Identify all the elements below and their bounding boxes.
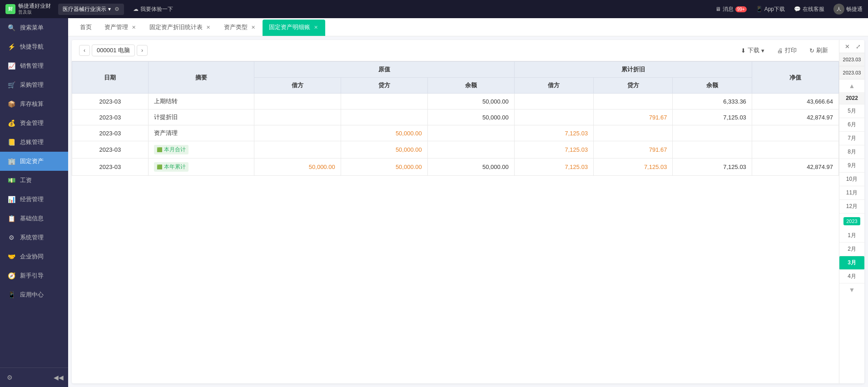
sidebar-item-search[interactable]: 🔍 搜索菜单 <box>0 18 68 37</box>
funds-icon: 💰 <box>7 119 15 127</box>
system-icon: ⚙ <box>7 233 15 242</box>
tab-asset-type[interactable]: 资产类型 ✕ <box>218 20 263 36</box>
month-2022-11[interactable]: 11月 <box>839 186 864 200</box>
online-service-btn[interactable]: 💬 在线客服 <box>794 5 824 13</box>
month-2022-8[interactable]: 8月 <box>839 145 864 159</box>
next-asset-btn[interactable]: › <box>137 45 148 56</box>
print-btn[interactable]: 🖨 打印 <box>774 45 800 56</box>
sidebar-item-ledger[interactable]: 📒 总账管理 <box>0 133 68 152</box>
download-icon: 📱 <box>756 6 763 12</box>
message-btn[interactable]: 🖥 消息 99+ <box>715 5 747 13</box>
app-edition: 普及版 <box>18 9 51 15</box>
experience-btn[interactable]: ☁ 我要体验一下 <box>133 5 173 13</box>
tab-asset-detail-close[interactable]: ✕ <box>313 25 319 30</box>
table-cell: 2023-03 <box>72 109 149 125</box>
month-2023-3[interactable]: 3月 <box>839 256 864 270</box>
scroll-down-btn[interactable]: ▼ <box>839 283 864 296</box>
sidebar-item-system[interactable]: ⚙ 系统管理 <box>0 228 68 247</box>
month-2023-2[interactable]: 2月 <box>839 243 864 256</box>
table-cell <box>254 125 341 141</box>
sidebar-item-guide[interactable]: 🧭 新手引导 <box>0 266 68 285</box>
scroll-up-btn[interactable]: ▲ <box>839 79 864 92</box>
month-2022-7[interactable]: 7月 <box>839 132 864 145</box>
col-date: 日期 <box>72 62 149 94</box>
user-btn[interactable]: 人 畅捷通 <box>833 4 863 15</box>
print-label: 打印 <box>785 46 797 55</box>
col-depr-balance: 余额 <box>673 78 752 94</box>
table-cell <box>427 125 514 141</box>
year-2022-label: 2022 <box>839 92 864 104</box>
tab-bar: 首页 资产管理 ✕ 固定资产折旧统计表 ✕ 资产类型 ✕ 固定资产明细账 ✕ <box>68 18 868 36</box>
table-cell <box>594 125 673 141</box>
sidebar-item-funds[interactable]: 💰 资金管理 <box>0 114 68 133</box>
tab-depreciation-stat-close[interactable]: ✕ <box>205 25 211 30</box>
month-2022-9[interactable]: 9月 <box>839 159 864 173</box>
sidebar-item-sales[interactable]: 📈 销售管理 <box>0 56 68 75</box>
date-scroller-header1: 2023.03 <box>839 53 864 66</box>
sidebar-label-payroll: 工资 <box>20 176 32 184</box>
sidebar-collapse-icon[interactable]: ◀◀ <box>55 373 63 382</box>
table-area: ‹ 000001 电脑 › ⬇ 下载 ▾ 🖨 打印 <box>72 40 839 383</box>
tab-home[interactable]: 首页 <box>74 20 98 36</box>
table-cell: 50,000.00 <box>427 109 514 125</box>
sidebar-item-basics[interactable]: 📋 基础信息 <box>0 209 68 228</box>
toolbar: ‹ 000001 电脑 › ⬇ 下载 ▾ 🖨 打印 <box>72 40 839 61</box>
sidebar-settings-icon[interactable]: ⚙ <box>5 373 14 382</box>
expand-panel-btn[interactable]: ⤢ <box>853 42 863 51</box>
prev-asset-btn[interactable]: ‹ <box>79 45 90 56</box>
col-orig-balance: 余额 <box>427 78 514 94</box>
table-cell: 50,000.00 <box>254 159 341 176</box>
sidebar-item-fixed-assets[interactable]: 🏢 固定资产 <box>0 152 68 171</box>
table-cell: 791.67 <box>594 141 673 159</box>
sidebar-label-sales: 销售管理 <box>20 62 44 70</box>
year-2023-badge-wrap: 2023 <box>839 213 864 229</box>
month-2023-1[interactable]: 1月 <box>839 229 864 243</box>
sidebar-item-operations[interactable]: 📊 经营管理 <box>0 190 68 209</box>
month-2023-4[interactable]: 4月 <box>839 270 864 283</box>
table-cell: 42,874.97 <box>752 159 838 176</box>
table-cell <box>673 141 752 159</box>
month-2022-10[interactable]: 10月 <box>839 173 864 186</box>
logo-icon: 财 <box>5 4 15 14</box>
sidebar-item-payroll[interactable]: 💵 工资 <box>0 171 68 190</box>
purchase-icon: 🛒 <box>7 81 15 89</box>
table-cell: 50,000.00 <box>341 159 427 176</box>
sidebar-item-quick-nav[interactable]: ⚡ 快捷导航 <box>0 37 68 56</box>
table-cell <box>752 141 838 159</box>
table-cell: 7,125.03 <box>514 159 593 176</box>
inventory-icon: 📦 <box>7 100 15 108</box>
sidebar-item-app-center[interactable]: 📱 应用中心 <box>0 285 68 304</box>
tab-depreciation-stat-label: 固定资产折旧统计表 <box>149 23 203 31</box>
sidebar-item-inventory[interactable]: 📦 库存核算 <box>0 94 68 114</box>
tab-asset-detail[interactable]: 固定资产明细账 ✕ <box>263 20 325 36</box>
sidebar-label-fixed-assets: 固定资产 <box>20 157 44 165</box>
tab-depreciation-stat[interactable]: 固定资产折旧统计表 ✕ <box>143 20 218 36</box>
table-cell: 7,125.03 <box>514 125 593 141</box>
refresh-btn[interactable]: ↻ 刷新 <box>806 45 832 56</box>
table-cell: 791.67 <box>594 109 673 125</box>
month-2022-5[interactable]: 5月 <box>839 104 864 118</box>
payroll-icon: 💵 <box>7 176 15 184</box>
asset-code-display: 000001 电脑 <box>92 45 135 56</box>
settings-icon[interactable]: ⚙ <box>114 6 119 12</box>
tab-asset-mgmt-close[interactable]: ✕ <box>131 25 137 30</box>
month-2022-12[interactable]: 12月 <box>839 200 864 213</box>
download-btn[interactable]: ⬇ 下载 ▾ <box>737 45 768 56</box>
table-cell: 2023-03 <box>72 94 149 109</box>
search-icon: 🔍 <box>7 24 15 32</box>
data-table-wrap: 日期 摘要 原值 累计折旧 净值 借方 贷方 余额 借方 <box>72 61 839 383</box>
company-selector[interactable]: 医疗器械行业演示 ▾ ⚙ <box>58 4 124 15</box>
message-icon: 🖥 <box>715 6 721 12</box>
tab-asset-mgmt[interactable]: 资产管理 ✕ <box>98 20 143 36</box>
app-download-btn[interactable]: 📱 App下载 <box>756 5 785 13</box>
sidebar-item-purchase[interactable]: 🛒 采购管理 <box>0 75 68 94</box>
tab-asset-type-close[interactable]: ✕ <box>250 25 256 30</box>
table-cell: 43,666.64 <box>752 94 838 109</box>
sidebar: 🔍 搜索菜单 ⚡ 快捷导航 📈 销售管理 🛒 采购管理 📦 库存核算 💰 资金管… <box>0 18 68 387</box>
close-panel-btn[interactable]: ✕ <box>843 42 852 51</box>
sidebar-item-collab[interactable]: 🤝 企业协同 <box>0 247 68 266</box>
refresh-icon: ↻ <box>809 47 814 54</box>
table-cell: 2023-03 <box>72 159 149 176</box>
month-2022-6[interactable]: 6月 <box>839 118 864 132</box>
col-original-value: 原值 <box>254 62 514 78</box>
